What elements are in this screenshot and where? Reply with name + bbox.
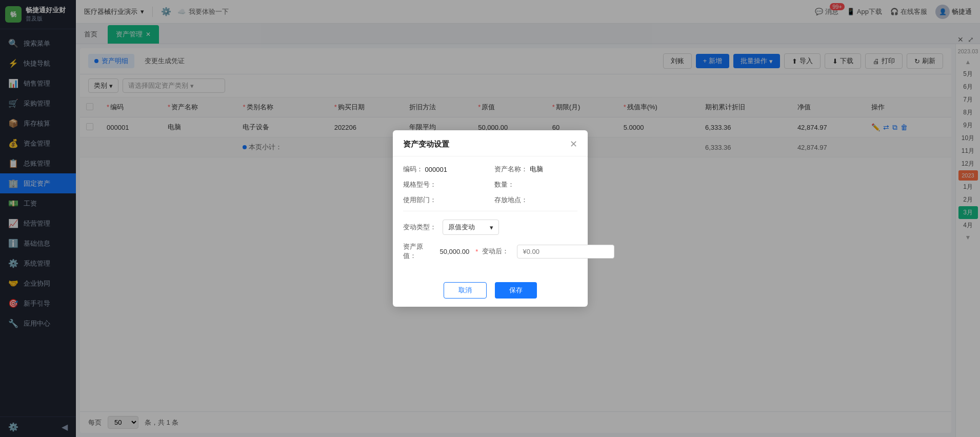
modal-form-row-type: 变动类型： 原值变动 ▾	[403, 220, 577, 235]
modal-field-asset-name: 资产名称： 电脑	[494, 165, 577, 174]
code-value: 000001	[425, 166, 447, 173]
modal-info-row-2: 规格型号： 数量：	[403, 180, 577, 189]
after-change-input[interactable]	[517, 245, 614, 259]
modal-info-row-1: 编码： 000001 资产名称： 电脑	[403, 165, 577, 174]
modal-overlay[interactable]: 资产变动设置 ✕ 编码： 000001 资产名称： 电脑 规格型号：	[0, 0, 980, 437]
change-type-select[interactable]: 原值变动 ▾	[443, 220, 499, 235]
dept-label: 使用部门：	[403, 195, 436, 205]
modal-field-dept: 使用部门：	[403, 195, 486, 205]
change-type-label: 变动类型：	[403, 223, 436, 232]
modal-title: 资产变动设置	[403, 140, 449, 149]
required-star: *	[475, 248, 478, 255]
change-type-dropdown-icon: ▾	[490, 224, 493, 231]
asset-change-modal: 资产变动设置 ✕ 编码： 000001 资产名称： 电脑 规格型号：	[393, 130, 588, 307]
code-label: 编码：	[403, 165, 423, 174]
modal-body: 编码： 000001 资产名称： 电脑 规格型号： 数量：	[393, 156, 588, 276]
modal-header: 资产变动设置 ✕	[393, 130, 588, 156]
modal-form-row-value: 资产原值： 50,000.00 * 变动后：	[403, 242, 577, 261]
save-button[interactable]: 保存	[495, 282, 537, 299]
asset-name-value: 电脑	[530, 165, 543, 174]
change-type-value: 原值变动	[448, 223, 475, 232]
modal-field-code: 编码： 000001	[403, 165, 486, 174]
modal-input-after: * 变动后：	[475, 245, 614, 259]
after-change-label: 变动后：	[482, 247, 513, 256]
spec-label: 规格型号：	[403, 180, 436, 189]
quantity-label: 数量：	[494, 180, 514, 189]
cancel-button[interactable]: 取消	[444, 282, 487, 299]
modal-close-icon[interactable]: ✕	[570, 138, 577, 150]
location-label: 存放地点：	[494, 195, 528, 205]
modal-field-location: 存放地点：	[494, 195, 577, 205]
asset-name-label: 资产名称：	[494, 165, 528, 174]
modal-info-row-3: 使用部门： 存放地点：	[403, 195, 577, 205]
modal-field-quantity: 数量：	[494, 180, 577, 189]
modal-divider	[403, 211, 577, 211]
modal-field-spec: 规格型号：	[403, 180, 486, 189]
modal-footer: 取消 保存	[393, 276, 588, 307]
asset-original-value: 50,000.00	[440, 248, 470, 255]
asset-original-label: 资产原值：	[403, 242, 434, 261]
